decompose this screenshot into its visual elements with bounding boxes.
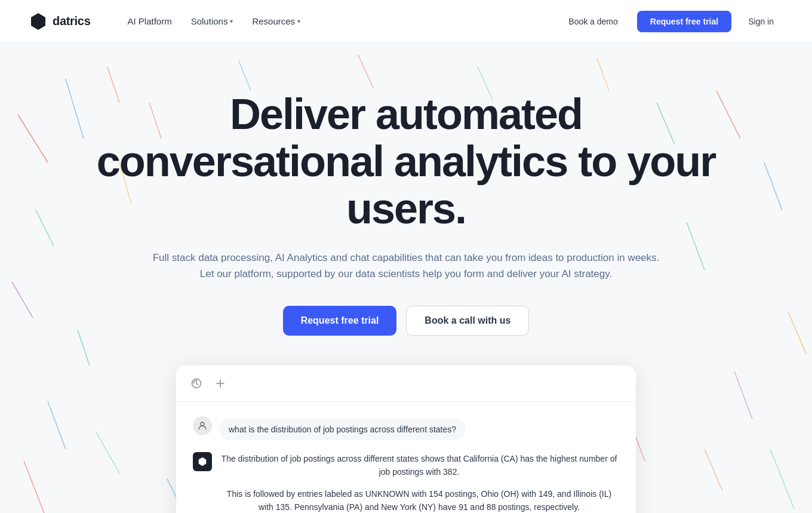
request-trial-button[interactable]: Request free trial bbox=[637, 11, 731, 32]
resources-chevron-icon: ▾ bbox=[297, 18, 300, 24]
chat-toolbar bbox=[176, 365, 636, 402]
user-message: what is the distribution of job postings… bbox=[193, 416, 619, 440]
nav-item-resources[interactable]: Resources ▾ bbox=[244, 11, 309, 31]
hero-title: Deliver automated conversational analyti… bbox=[93, 91, 719, 233]
svg-line-1 bbox=[66, 79, 84, 139]
svg-line-18 bbox=[358, 55, 373, 88]
svg-line-10 bbox=[716, 91, 740, 139]
chat-body: what is the distribution of job postings… bbox=[176, 402, 636, 513]
hero-buttons: Request free trial Book a call with us bbox=[48, 306, 764, 336]
nav-right: Book a demo Request free trial Sign in bbox=[556, 11, 783, 32]
svg-line-11 bbox=[764, 162, 782, 210]
add-chat-icon[interactable] bbox=[212, 375, 229, 392]
svg-line-2 bbox=[36, 210, 54, 246]
book-demo-button[interactable]: Book a demo bbox=[556, 11, 630, 32]
hero-section: Deliver automated conversational analyti… bbox=[0, 43, 812, 513]
svg-line-20 bbox=[597, 58, 609, 91]
user-question: what is the distribution of job postings… bbox=[219, 419, 466, 440]
logo-text: datrics bbox=[53, 14, 91, 28]
history-icon[interactable] bbox=[188, 375, 205, 392]
nav-links: AI Platform Solutions ▾ Resources ▾ bbox=[119, 11, 557, 31]
svg-line-4 bbox=[12, 282, 33, 318]
svg-line-9 bbox=[96, 431, 119, 473]
svg-line-25 bbox=[24, 461, 45, 513]
hero-trial-button[interactable]: Request free trial bbox=[283, 306, 397, 336]
user-avatar bbox=[193, 416, 212, 435]
svg-line-13 bbox=[788, 312, 806, 354]
svg-line-8 bbox=[48, 401, 66, 449]
svg-line-26 bbox=[770, 449, 794, 509]
bot-response-text-2: This is followed by entries labeled as U… bbox=[219, 487, 619, 513]
logo-icon bbox=[29, 12, 48, 31]
hero-subtitle: Full stack data processing, AI Analytics… bbox=[149, 250, 663, 282]
chat-preview: what is the distribution of job postings… bbox=[176, 365, 636, 513]
nav-item-solutions[interactable]: Solutions ▾ bbox=[183, 11, 242, 31]
logo[interactable]: datrics bbox=[29, 12, 91, 31]
bot-message: The distribution of job postings across … bbox=[193, 452, 619, 513]
svg-line-0 bbox=[18, 115, 48, 162]
bot-response-text-1: The distribution of job postings across … bbox=[219, 452, 619, 479]
solutions-chevron-icon: ▾ bbox=[230, 18, 233, 24]
navbar: datrics AI Platform Solutions ▾ Resource… bbox=[0, 0, 812, 43]
hero-call-button[interactable]: Book a call with us bbox=[406, 306, 529, 336]
svg-line-14 bbox=[734, 371, 752, 419]
svg-point-30 bbox=[201, 422, 204, 426]
bot-avatar bbox=[193, 452, 212, 471]
svg-line-17 bbox=[239, 61, 251, 91]
bot-response: The distribution of job postings across … bbox=[219, 452, 619, 513]
nav-item-ai-platform[interactable]: AI Platform bbox=[119, 11, 180, 31]
sign-in-button[interactable]: Sign in bbox=[739, 11, 783, 32]
svg-line-16 bbox=[705, 449, 722, 491]
